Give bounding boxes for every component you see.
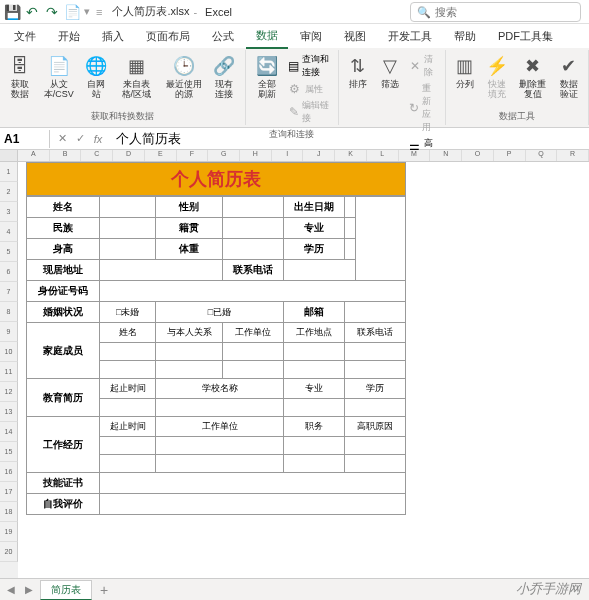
fx-icon[interactable]: fx (90, 131, 106, 147)
row-header[interactable]: 1 (0, 162, 18, 182)
cell[interactable] (283, 361, 344, 379)
col-header[interactable]: K (335, 150, 367, 161)
opt-married[interactable]: □已婚 (156, 302, 284, 323)
tab-file[interactable]: 文件 (4, 25, 46, 48)
row-header[interactable]: 2 (0, 182, 18, 202)
row-header[interactable]: 8 (0, 302, 18, 322)
cell[interactable] (100, 239, 156, 260)
tab-formulas[interactable]: 公式 (202, 25, 244, 48)
col-header[interactable]: G (208, 150, 240, 161)
cell[interactable] (100, 361, 156, 379)
col-header[interactable]: A (18, 150, 50, 161)
cell[interactable] (344, 302, 405, 323)
cell[interactable] (100, 218, 156, 239)
cancel-icon[interactable]: ✕ (54, 131, 70, 147)
photo-cell[interactable] (356, 197, 406, 281)
col-header[interactable]: L (367, 150, 399, 161)
row-header[interactable]: 11 (0, 362, 18, 382)
queries-connections[interactable]: ▤查询和连接 (286, 52, 334, 80)
cell[interactable] (156, 343, 223, 361)
tab-pdf[interactable]: PDF工具集 (488, 25, 563, 48)
from-csv-button[interactable]: 📄从文本/CSV (38, 52, 79, 102)
data-valid-button[interactable]: ✔数据验证 (553, 52, 584, 102)
formula-input[interactable]: 个人简历表 (110, 128, 589, 150)
cell[interactable] (223, 361, 284, 379)
name-box[interactable]: A1 (0, 130, 50, 148)
tab-layout[interactable]: 页面布局 (136, 25, 200, 48)
col-header[interactable]: N (430, 150, 462, 161)
col-header[interactable]: B (50, 150, 82, 161)
cell[interactable] (283, 437, 344, 455)
cell[interactable] (283, 399, 344, 417)
refresh-all-button[interactable]: 🔄全部刷新 (250, 52, 284, 102)
cell[interactable] (344, 399, 405, 417)
col-header[interactable]: H (240, 150, 272, 161)
row-header[interactable]: 10 (0, 342, 18, 362)
properties-button[interactable]: ⚙属性 (286, 81, 334, 97)
cell[interactable] (344, 361, 405, 379)
row-header[interactable]: 9 (0, 322, 18, 342)
cell[interactable] (100, 343, 156, 361)
row-header[interactable]: 19 (0, 522, 18, 542)
col-header[interactable]: I (272, 150, 304, 161)
cell[interactable] (156, 399, 284, 417)
cell[interactable] (100, 281, 406, 302)
clear-filter[interactable]: ✕清除 (407, 52, 441, 80)
tab-insert[interactable]: 插入 (92, 25, 134, 48)
cell[interactable] (344, 218, 355, 239)
cell[interactable] (283, 260, 355, 281)
filter-button[interactable]: ▽筛选 (375, 52, 405, 92)
add-sheet-button[interactable]: + (96, 582, 112, 598)
sheet-grid[interactable]: 个人简历表 姓名 性别 出生日期 民族 籍贯 专业 身高 (18, 162, 589, 578)
col-header[interactable]: D (113, 150, 145, 161)
col-header[interactable]: P (494, 150, 526, 161)
cell[interactable] (283, 343, 344, 361)
search-input[interactable] (435, 6, 574, 18)
tab-view[interactable]: 视图 (334, 25, 376, 48)
cell[interactable] (100, 473, 406, 494)
text-to-cols-button[interactable]: ▥分列 (450, 52, 480, 92)
redo-icon[interactable]: ↷ (44, 4, 60, 20)
from-web-button[interactable]: 🌐自网站 (81, 52, 111, 102)
col-header[interactable]: C (81, 150, 113, 161)
cell[interactable] (100, 455, 156, 473)
cell[interactable] (223, 239, 284, 260)
from-table-button[interactable]: ▦来自表格/区域 (113, 52, 159, 102)
enter-icon[interactable]: ✓ (72, 131, 88, 147)
row-header[interactable]: 4 (0, 222, 18, 242)
cell[interactable] (100, 197, 156, 218)
cell[interactable] (344, 239, 355, 260)
cell[interactable] (100, 494, 406, 515)
select-all-corner[interactable] (0, 150, 18, 161)
col-header[interactable]: J (303, 150, 335, 161)
col-header[interactable]: F (177, 150, 209, 161)
opt-unmarried[interactable]: □未婚 (100, 302, 156, 323)
cell[interactable] (156, 437, 284, 455)
col-header[interactable]: E (145, 150, 177, 161)
get-data-button[interactable]: 🗄获取数据 (4, 52, 36, 102)
cell[interactable] (344, 455, 405, 473)
row-header[interactable]: 6 (0, 262, 18, 282)
tab-dev[interactable]: 开发工具 (378, 25, 442, 48)
row-header[interactable]: 7 (0, 282, 18, 302)
col-header[interactable]: Q (526, 150, 558, 161)
cell[interactable] (344, 343, 405, 361)
col-header[interactable]: M (399, 150, 431, 161)
cell[interactable] (100, 437, 156, 455)
row-header[interactable]: 18 (0, 502, 18, 522)
cell[interactable] (223, 197, 284, 218)
tab-home[interactable]: 开始 (48, 25, 90, 48)
row-header[interactable]: 20 (0, 542, 18, 562)
sheet-tab-resume[interactable]: 简历表 (40, 580, 92, 600)
remove-dup-button[interactable]: ✖删除重复值 (515, 52, 552, 102)
search-box[interactable]: 🔍 (410, 2, 581, 22)
tab-review[interactable]: 审阅 (290, 25, 332, 48)
row-header[interactable]: 16 (0, 462, 18, 482)
row-header[interactable]: 13 (0, 402, 18, 422)
tab-data[interactable]: 数据 (246, 24, 288, 49)
undo-icon[interactable]: ↶ (24, 4, 40, 20)
cell[interactable] (344, 437, 405, 455)
save-icon[interactable]: 💾 (4, 4, 20, 20)
recent-sources-button[interactable]: 🕒最近使用的源 (162, 52, 207, 102)
row-header[interactable]: 15 (0, 442, 18, 462)
